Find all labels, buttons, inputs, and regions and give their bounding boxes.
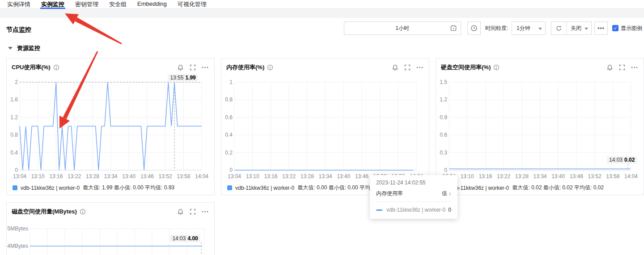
alarm-bell-icon[interactable] (177, 209, 184, 215)
y-axis-tick-label: 0 (433, 167, 447, 173)
x-axis-tick-label: 14:04 (192, 173, 212, 180)
y-axis-tick-label: 0.9 (433, 114, 447, 121)
tooltip-metric: 内存使用率 (376, 190, 403, 197)
legend-item[interactable]: vdb-11kkw36z | worker-0 最大值: 1.99 最小值: 0… (13, 184, 174, 192)
y-axis-tick-label: 1.2 (4, 114, 18, 121)
info-icon[interactable] (53, 64, 59, 71)
x-axis-tick-label: 13:34 (316, 173, 335, 180)
x-axis-tick-label: 13:52 (156, 173, 175, 180)
x-axis-tick-label: 13:46 (567, 173, 586, 180)
legend-stats: 最大值: 1.99 最小值: 0.00 平均值: 0.93 (83, 184, 174, 192)
legend-series: vdb-11kkw36z | worker-0 (235, 185, 294, 191)
y-axis-tick-label: 0.3 (433, 150, 447, 156)
x-axis-tick-label: 13:16 (46, 173, 66, 180)
legend-series: vdb-11kkw36z | worker-0 (21, 185, 80, 191)
y-axis-tick-label: 0 (4, 167, 18, 173)
fullscreen-icon[interactable] (190, 64, 196, 71)
more-icon[interactable] (416, 67, 423, 68)
legend-item[interactable]: vdb-11kkw36z | worker-0 最大值: 0.00 最小值: 0… (227, 184, 389, 192)
more-icon[interactable] (202, 67, 208, 68)
page-title: 节点监控 (6, 26, 31, 34)
tooltip-series-value: 0 (448, 207, 451, 213)
cpu-usage-plot[interactable]: 21.61.20.80.4013:0413:1013:1613:2213:281… (20, 82, 202, 170)
more-icon[interactable] (631, 67, 638, 68)
time-range-picker[interactable]: 1小时 (344, 21, 461, 35)
info-icon[interactable] (267, 64, 273, 71)
resource-monitor-collapser[interactable]: 资源监控 (8, 44, 40, 52)
x-axis-tick-label: 14:04 (621, 173, 641, 180)
auto-refresh-select[interactable]: 关闭 (566, 22, 591, 34)
annotation-arrow-to-tab (65, 13, 122, 44)
tooltip-value-header[interactable]: 值 ↓ (442, 190, 451, 197)
x-axis-tick-label: 13:58 (174, 173, 193, 180)
x-axis-tick-label: 13:22 (64, 173, 84, 180)
info-icon[interactable] (493, 64, 500, 71)
alarm-bell-icon[interactable] (177, 64, 184, 71)
refresh-icon (555, 25, 562, 32)
chart-title: 硬盘空间使用率(%) (441, 63, 491, 71)
chart-tooltip: 2023-11-24 14:02:55 内存使用率 值 ↓ vdb-11kkw3… (370, 175, 458, 219)
legend-swatch (13, 185, 17, 190)
tab-1[interactable]: 实例监控 (36, 0, 70, 8)
disk-space-used-plot[interactable]: 5MBytes4MBytes14:034.00 (30, 229, 204, 255)
tab-0[interactable]: 实例详情 (2, 0, 36, 8)
refresh-button[interactable] (551, 22, 566, 34)
auto-refresh-group: 关闭 (551, 21, 592, 35)
legend-item[interactable]: vdb-11kkw36z | worker-0 最大值: 0.02 最小值: 0… (442, 184, 604, 192)
y-axis-tick-label: 1.5 (433, 79, 447, 85)
x-axis-tick-label: 13:34 (530, 173, 550, 180)
chart-card-cpu-usage: CPU使用率(%) 21.61.20.80.4013:0413:1013:161… (6, 58, 215, 195)
y-axis-tick-label: 0.4 (4, 150, 18, 156)
chart-card-memory-usage: 内存使用率(%) 10.80.60.40.2013:0413:1013:1613… (221, 58, 429, 195)
tab-3[interactable]: 安全组 (104, 0, 132, 8)
x-axis-tick-label: 13:10 (243, 173, 263, 180)
fullscreen-icon[interactable] (404, 64, 411, 71)
chart-title: 内存使用率(%) (226, 63, 264, 71)
tab-5[interactable]: 可视化管理 (172, 0, 212, 8)
legend-stats: 最大值: 0.02 最小值: 0.02 平均值: 0.02 (512, 184, 604, 192)
clock-icon (470, 25, 478, 32)
chart-title: CPU使用率(%) (12, 63, 51, 71)
auto-refresh-value: 关闭 (571, 25, 581, 32)
more-icon[interactable] (202, 211, 208, 213)
x-axis-tick-label: 13:28 (512, 173, 532, 180)
y-axis-tick-label: 1.2 (433, 96, 447, 103)
toolbar-more-button[interactable]: ••• (594, 21, 608, 35)
alarm-bell-icon[interactable] (606, 64, 613, 71)
tab-2[interactable]: 密钥管理 (70, 0, 104, 8)
memory-usage-plot[interactable]: 10.80.60.40.2013:0413:1013:1613:2213:281… (234, 82, 416, 170)
max-value-annotation: 13:551.99 (168, 74, 198, 81)
x-axis-tick-label: 13:34 (101, 173, 121, 180)
granularity-label: 时间粒度: (485, 25, 508, 32)
x-axis-tick-label: 13:58 (603, 173, 623, 180)
y-axis-tick-label: 0.6 (218, 114, 233, 121)
y-axis-tick-label: 1 (218, 79, 233, 85)
info-icon[interactable] (80, 209, 86, 215)
tab-bar: 实例详情实例监控密钥管理安全组Embedding可视化管理 (0, 0, 644, 9)
x-axis-tick-label: 13:10 (458, 173, 477, 180)
granularity-select[interactable]: 1分钟 (512, 21, 546, 35)
show-legend-checkbox[interactable]: ✓ (612, 25, 619, 31)
chevron-down-icon (538, 28, 542, 30)
tab-4[interactable]: Embedding (132, 0, 172, 8)
x-axis-tick-label: 13:40 (119, 173, 139, 180)
y-axis-tick-label: 0.8 (4, 132, 18, 138)
granularity-value: 1分钟 (517, 25, 530, 32)
y-axis-tick-label: 5MBytes (4, 226, 28, 232)
x-axis-tick-label: 13:52 (585, 173, 605, 180)
max-value-annotation: 14:030.02 (607, 156, 637, 163)
y-axis-tick-label: 0.4 (218, 132, 233, 138)
legend-series: vdb-11kkw36z | worker-0 (450, 185, 509, 191)
show-legend-label[interactable]: 显示图例 (621, 25, 642, 32)
x-axis-tick-label: 13:40 (548, 173, 568, 180)
y-axis-tick-label: 1.6 (4, 96, 18, 103)
fullscreen-icon[interactable] (190, 209, 196, 215)
x-axis-tick-label: 13:46 (137, 173, 157, 180)
x-axis-tick-label: 13:22 (494, 173, 513, 180)
tooltip-series-row: vdb-11kkw36z | worker-00 (376, 207, 451, 213)
fullscreen-icon[interactable] (619, 64, 625, 71)
tooltip-timestamp: 2023-11-24 14:02:55 (376, 180, 451, 186)
time-select-clock-button[interactable] (467, 21, 481, 35)
alarm-bell-icon[interactable] (392, 64, 398, 71)
disk-usage-rate-plot[interactable]: 1.51.20.90.60.3013:0413:1013:1613:2213:2… (449, 82, 631, 170)
